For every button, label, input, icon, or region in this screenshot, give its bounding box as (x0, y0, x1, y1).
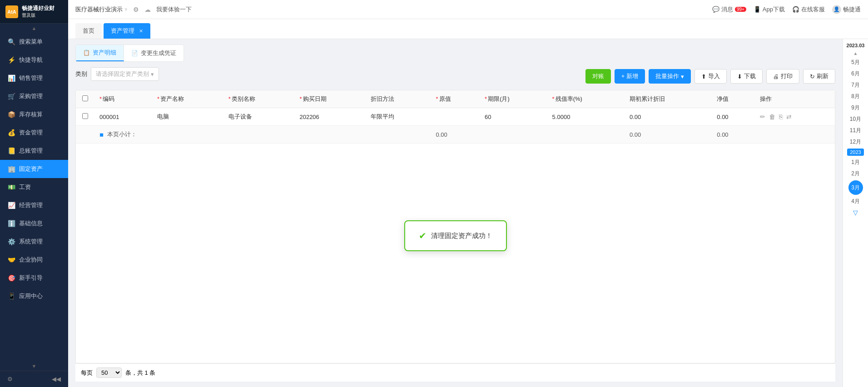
sidebar-item-search[interactable]: 🔍 搜索菜单 (0, 33, 68, 51)
reconcile-button[interactable]: 对账 (585, 69, 611, 84)
cal-month-11[interactable]: 11月 (843, 125, 868, 136)
table-row: 000001 电脑 电子设备 202206 年限平均 60 5.0000 0.0… (76, 108, 835, 126)
cal-month-4[interactable]: 4月 (843, 196, 868, 207)
sidebar-header: AtA 畅捷通好业财 普及版 (0, 0, 68, 24)
basicinfo-icon: ℹ️ (7, 220, 15, 227)
subtotal-label: 本页小计： (107, 131, 137, 138)
salary-icon: 💵 (7, 184, 15, 191)
filter-dropdown-icon: ▾ (151, 71, 154, 78)
cell-original-value (430, 108, 479, 126)
cal-month-3-active[interactable]: 3月 (848, 180, 863, 195)
sidebar-item-appcenter[interactable]: 📱 应用中心 (0, 287, 68, 305)
app-title: 畅捷通好业财 (22, 5, 55, 12)
cal-month-8[interactable]: 8月 (843, 91, 868, 102)
col-actions: 操作 (754, 90, 835, 108)
add-button[interactable]: + 新增 (615, 69, 645, 84)
sidebar-scroll-up[interactable]: ▲ (0, 24, 68, 33)
search-icon: 🔍 (7, 38, 15, 45)
toast-check-icon: ✔ (419, 230, 427, 241)
tab-close-icon[interactable]: ✕ (139, 28, 143, 34)
import-icon: ⬆ (701, 73, 706, 80)
cal-month-12[interactable]: 12月 (843, 136, 868, 148)
cal-month-9[interactable]: 9月 (843, 102, 868, 114)
cal-month-7[interactable]: 7月 (843, 79, 868, 91)
sidebar-item-ledger[interactable]: 📒 总账管理 (0, 142, 68, 160)
sidebar-item-inventory[interactable]: 📦 库存核算 (0, 105, 68, 124)
user-icon: 👤 (832, 5, 841, 14)
sidebar-bottom: ⚙ ◀◀ (0, 371, 68, 387)
calendar-up-arrow[interactable]: ▲ (853, 50, 859, 57)
row-checkbox[interactable] (82, 113, 88, 119)
delete-button[interactable]: 🗑 (769, 113, 775, 120)
print-icon: 🖨 (773, 73, 779, 80)
settings-icon[interactable]: ⚙ (7, 376, 13, 382)
sidebar-item-finance[interactable]: 💰 资金管理 (0, 124, 68, 142)
cell-name: 电脑 (152, 108, 223, 126)
cloud-icon: ☁ (144, 6, 151, 13)
system-icon: ⚙️ (7, 238, 15, 245)
tab-home[interactable]: 首页 (75, 23, 102, 39)
sidebar-item-salary[interactable]: 💵 工资 (0, 178, 68, 196)
sidebar-item-basicinfo[interactable]: ℹ️ 基础信息 (0, 214, 68, 233)
more-button[interactable]: ⇄ (786, 113, 792, 120)
cal-month-2[interactable]: 2月 (843, 168, 868, 179)
cal-month-6[interactable]: 6月 (843, 68, 868, 79)
experience-label[interactable]: 我要体验一下 (156, 5, 192, 14)
user-button[interactable]: 👤 畅捷通 (832, 5, 861, 14)
download-button[interactable]: ⬇ 下载 (730, 69, 763, 84)
sidebar-item-collab[interactable]: 🤝 企业协同 (0, 251, 68, 269)
sidebar-item-purchase[interactable]: 🛒 采购管理 (0, 87, 68, 105)
filter-category-select[interactable]: 请选择固定资产类别 ▾ (91, 67, 159, 81)
cell-category: 电子设备 (223, 108, 294, 126)
cell-code: 000001 (94, 108, 152, 126)
customer-service-button[interactable]: 🎧 在线客服 (792, 5, 825, 14)
cal-month-10[interactable]: 10月 (843, 114, 868, 125)
cell-residual-rate: 5.0000 (547, 108, 624, 126)
content-area: 📋 资产明细 📄 变更生成凭证 类别 请选择固定资产类别 ▾ (68, 39, 868, 387)
messages-button[interactable]: 💬 消息 99+ (712, 5, 746, 14)
sub-tabs: 📋 资产明细 📄 变更生成凭证 (75, 45, 184, 62)
col-depreciation: 折旧方法 (365, 90, 430, 108)
select-all-checkbox[interactable] (82, 95, 88, 101)
success-toast: ✔ 清理固定资产成功！ (404, 220, 507, 251)
edit-button[interactable]: ✏ (760, 113, 765, 120)
calendar-expand-icon[interactable]: ▽ (851, 207, 860, 218)
subtotal-row: ◼ 本页小计： 0.00 0.00 0.00 (76, 126, 835, 144)
collapse-icon[interactable]: ◀◀ (52, 376, 61, 382)
copy-button[interactable]: ⎘ (779, 113, 783, 120)
sidebar-item-fixedassets[interactable]: 🏢 固定资产 (0, 160, 68, 178)
settings-gear-icon[interactable]: ⚙ (133, 6, 139, 13)
col-code: *编码 (94, 90, 152, 108)
sidebar-item-system[interactable]: ⚙️ 系统管理 (0, 233, 68, 251)
sidebar-item-guide[interactable]: 🎯 新手引导 (0, 269, 68, 287)
sidebar-item-quicknav[interactable]: ⚡ 快捷导航 (0, 51, 68, 69)
download-icon: 📱 (754, 6, 761, 13)
sidebar-scroll-down[interactable]: ▼ (0, 362, 68, 371)
col-period: *期限(月) (479, 90, 547, 108)
cell-actions: ✏ 🗑 ⎘ ⇄ (754, 108, 835, 126)
sidebar-item-operations[interactable]: 📈 经营管理 (0, 196, 68, 214)
messages-badge: 99+ (735, 7, 746, 12)
col-name: *资产名称 (152, 90, 223, 108)
import-button[interactable]: ⬆ 导入 (694, 69, 727, 84)
sidebar-item-sales[interactable]: 📊 销售管理 (0, 69, 68, 87)
tab-asset-management[interactable]: 资产管理 ✕ (104, 23, 150, 39)
app-download-button[interactable]: 📱 App下载 (754, 5, 785, 14)
cal-month-1[interactable]: 1月 (843, 157, 868, 168)
pagination-bar: 每页 50 10 20 100 条，共 1 条 (75, 363, 835, 382)
print-button[interactable]: 🖨 打印 (766, 69, 799, 84)
quicknav-icon: ⚡ (7, 56, 15, 64)
guide-icon: 🎯 (7, 274, 15, 282)
sub-tab-voucher[interactable]: 📄 变更生成凭证 (124, 45, 184, 61)
cal-year-2023[interactable]: 2023 (847, 149, 863, 156)
batch-operations-button[interactable]: 批量操作 ▾ (649, 69, 691, 84)
cal-month-5[interactable]: 5月 (843, 57, 868, 68)
main-area: 医疗器械行业演示 ▾ ⚙ ☁ 我要体验一下 💬 消息 99+ 📱 App下载 🎧… (68, 0, 868, 387)
refresh-button[interactable]: ↻ 刷新 (803, 69, 835, 84)
toolbar-right: 对账 + 新增 批量操作 ▾ ⬆ 导入 ⬇ 下载 (585, 69, 835, 84)
per-page-select[interactable]: 50 10 20 100 (96, 367, 122, 378)
sub-tab-asset-detail[interactable]: 📋 资产明细 (76, 45, 124, 61)
col-purchase-date: *购买日期 (294, 90, 365, 108)
logo-icon: AtA (5, 5, 18, 18)
fixedassets-icon: 🏢 (7, 165, 15, 173)
